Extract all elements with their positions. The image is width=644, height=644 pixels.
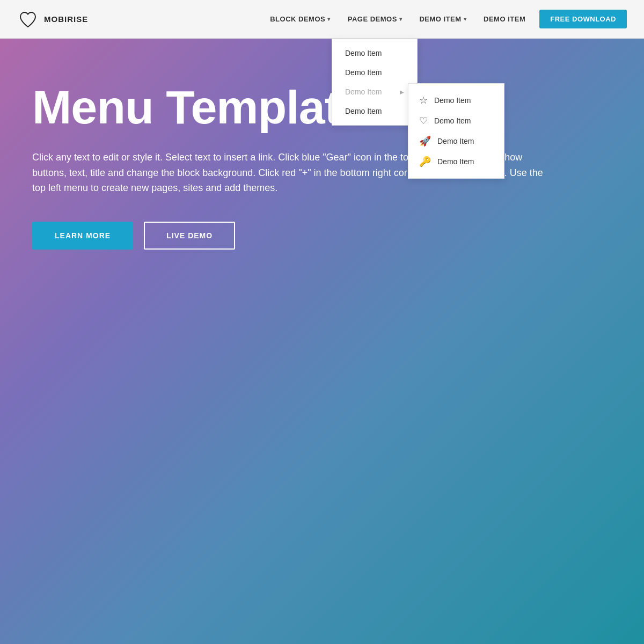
brand-name-label: MOBIRISE [44, 14, 88, 24]
dropdown-item-1[interactable]: Demo Item [332, 43, 417, 63]
brand-logo-icon [17, 9, 39, 30]
brand[interactable]: MOBIRISE [17, 9, 88, 30]
rocket-icon: 🚀 [419, 136, 431, 146]
hero-buttons: LEARN MORE LIVE DEMO [32, 222, 612, 250]
free-download-button[interactable]: FREE DOWNLOAD [539, 10, 627, 28]
dropdown-item-3-submenu[interactable]: Demo Item [332, 82, 417, 101]
learn-more-button[interactable]: LEARN MORE [32, 222, 133, 250]
nav-item-demo-item-1[interactable]: DEMO ITEM ▾ [412, 11, 474, 27]
dropdown-item-2[interactable]: Demo Item [332, 63, 417, 82]
dropdown-item-4[interactable]: Demo Item [332, 101, 417, 121]
star-icon: ☆ [419, 96, 428, 105]
hero-section: Menu Template Click any text to edit or … [0, 39, 644, 644]
chevron-down-icon: ▾ [399, 16, 402, 22]
submenu-item-1[interactable]: ☆ Demo Item [408, 90, 504, 111]
submenu-item-3[interactable]: 🚀 Demo Item [408, 131, 504, 151]
chevron-down-icon: ▾ [327, 16, 331, 22]
dropdown-secondary: ☆ Demo Item ♡ Demo Item 🚀 Demo Item 🔑 De… [408, 83, 504, 179]
hero-title: Menu Template [32, 82, 612, 134]
nav-item-demo-item-2[interactable]: DEMO ITEM [476, 11, 533, 27]
navbar: MOBIRISE BLOCK DEMOS ▾ PAGE DEMOS ▾ DEMO… [0, 0, 644, 39]
heart-icon: ♡ [419, 116, 428, 126]
submenu-item-4[interactable]: 🔑 Demo Item [408, 151, 504, 172]
submenu-item-2[interactable]: ♡ Demo Item [408, 111, 504, 131]
live-demo-button[interactable]: LIVE DEMO [144, 222, 235, 250]
nav-item-page-demos[interactable]: PAGE DEMOS ▾ [340, 11, 410, 27]
key-icon: 🔑 [419, 157, 431, 166]
nav-links: BLOCK DEMOS ▾ PAGE DEMOS ▾ DEMO ITEM ▾ D… [262, 10, 627, 28]
chevron-down-icon: ▾ [464, 16, 467, 22]
nav-item-block-demos[interactable]: BLOCK DEMOS ▾ [262, 11, 338, 27]
dropdown-primary: Demo Item Demo Item Demo Item Demo Item [332, 39, 418, 126]
